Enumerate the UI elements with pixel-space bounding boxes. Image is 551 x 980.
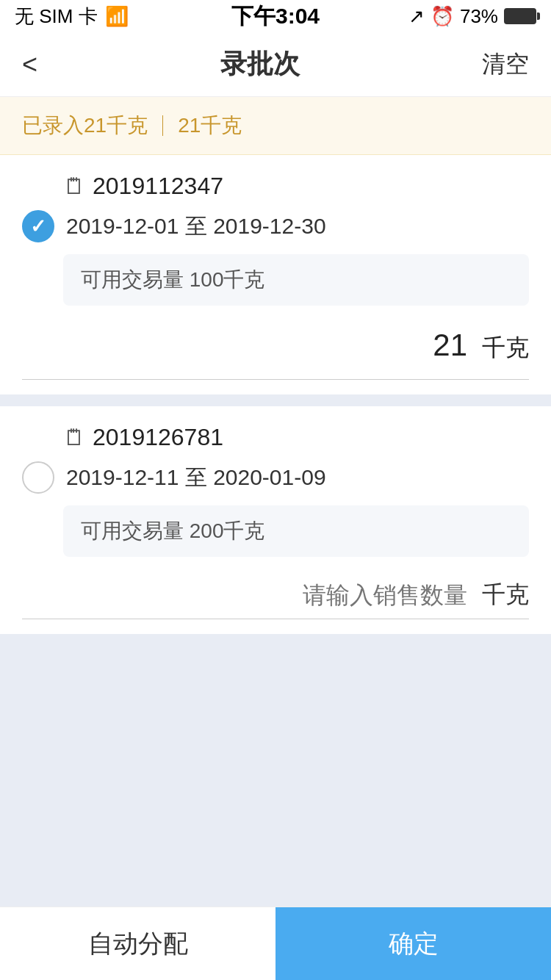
status-bar: 无 SIM 卡 📶 下午3:04 ↗ ⏰ 73%	[0, 0, 551, 32]
batch-2-id-row: 🗒 2019126781	[22, 424, 529, 451]
carrier-label: 无 SIM 卡	[15, 4, 98, 29]
battery-label: 73%	[460, 5, 498, 28]
status-left: 无 SIM 卡 📶	[15, 4, 129, 29]
wifi-icon: 📶	[105, 5, 129, 28]
gray-area	[0, 634, 551, 943]
batch-1-id: 2019112347	[93, 173, 223, 200]
back-button[interactable]: <	[22, 49, 37, 80]
location-icon: ↗	[408, 5, 425, 28]
batch-1-amount-input[interactable]	[320, 328, 467, 363]
batch-2-qty-row: 千克	[0, 572, 551, 619]
nav-bar: < 录批次 清空	[0, 32, 551, 97]
info-banner: 已录入21千克 21千克	[0, 97, 551, 155]
batch-1-unit: 千克	[482, 332, 529, 364]
batch-1-date: 2019-12-01 至 2019-12-30	[66, 212, 326, 242]
batch-card-1-inner: 🗒 2019112347 2019-12-01 至 2019-12-30 可用交…	[0, 155, 551, 306]
batch-1-id-row: 🗒 2019112347	[22, 173, 529, 200]
batch-2-date-row[interactable]: 2019-12-11 至 2020-01-09	[22, 461, 529, 494]
bottom-bar: 自动分配 确定	[0, 907, 551, 980]
batch-1-spacer	[0, 380, 551, 394]
total-label: 21千克	[178, 112, 242, 140]
batch-1-radio[interactable]	[22, 210, 54, 242]
section-divider-1	[0, 394, 551, 406]
clear-button[interactable]: 清空	[482, 48, 529, 81]
batch-1-date-row[interactable]: 2019-12-01 至 2019-12-30	[22, 210, 529, 242]
batch-2-qty-input[interactable]	[22, 582, 467, 609]
page-title: 录批次	[220, 46, 300, 82]
batch-2-radio[interactable]	[22, 461, 54, 494]
batch-card-2-inner: 🗒 2019126781 2019-12-11 至 2020-01-09 可用交…	[0, 406, 551, 557]
batch-1-amount-row: 千克	[0, 320, 551, 379]
batch-2-date: 2019-12-11 至 2020-01-09	[66, 463, 326, 493]
status-time: 下午3:04	[231, 1, 320, 32]
batch-2-avail-qty: 可用交易量 200千克	[63, 505, 529, 557]
status-right: ↗ ⏰ 73%	[408, 5, 536, 28]
batch-2-id: 2019126781	[93, 424, 223, 451]
batch-card-2: 🗒 2019126781 2019-12-11 至 2020-01-09 可用交…	[0, 406, 551, 634]
batch-2-spacer	[0, 619, 551, 634]
battery-icon	[504, 8, 536, 24]
alarm-icon: ⏰	[431, 5, 454, 28]
batch-1-avail-qty: 可用交易量 100千克	[63, 254, 529, 306]
confirm-button[interactable]: 确定	[276, 907, 551, 980]
banner-divider	[162, 115, 163, 136]
batch-1-icon: 🗒	[63, 174, 85, 199]
batch-2-unit: 千克	[482, 579, 529, 611]
auto-assign-button[interactable]: 自动分配	[0, 907, 276, 980]
batch-2-icon: 🗒	[63, 425, 85, 450]
batch-card-1: 🗒 2019112347 2019-12-01 至 2019-12-30 可用交…	[0, 155, 551, 394]
recorded-label: 已录入21千克	[22, 112, 148, 140]
